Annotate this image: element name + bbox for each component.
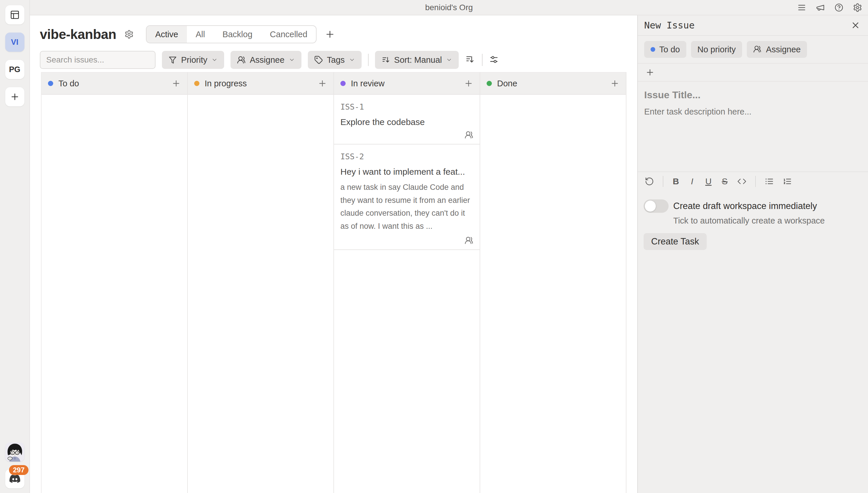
- divider: [368, 54, 369, 66]
- assignees-icon: [464, 130, 473, 139]
- tab-active[interactable]: Active: [147, 26, 187, 43]
- bold-button[interactable]: B: [672, 176, 680, 186]
- add-property-button[interactable]: [645, 68, 861, 77]
- topbar-icon-group: [797, 3, 868, 12]
- plus-icon: [10, 92, 20, 102]
- users-icon: [753, 45, 762, 54]
- priority-filter-label: Priority: [181, 55, 207, 65]
- page-header: vibe-kanban Active All Backlog Cancelled: [30, 16, 637, 43]
- help-icon[interactable]: [834, 3, 844, 12]
- add-card-button[interactable]: [172, 79, 181, 88]
- column-done: Done: [480, 72, 626, 493]
- close-icon[interactable]: [850, 20, 861, 30]
- issue-title-input[interactable]: [638, 82, 868, 101]
- workspace-pg-label: PG: [9, 65, 20, 74]
- column-name: To do: [59, 79, 79, 88]
- column-name: Done: [497, 79, 517, 88]
- search-input[interactable]: [40, 51, 155, 69]
- board-main: vibe-kanban Active All Backlog Cancelled…: [30, 16, 637, 493]
- underline-button[interactable]: U: [704, 176, 712, 186]
- assignee-chip-label: Assignee: [766, 45, 801, 55]
- issue-card-iss-2[interactable]: ISS-2 Hey i want to implement a feat... …: [334, 145, 480, 250]
- tags-filter-button[interactable]: Tags: [308, 51, 362, 69]
- issue-title: Explore the codebase: [341, 117, 473, 127]
- top-bar: benioid's Org: [30, 0, 868, 16]
- tags-filter-label: Tags: [327, 55, 345, 65]
- create-task-button[interactable]: Create Task: [644, 233, 707, 250]
- project-settings-gear-icon[interactable]: [125, 30, 134, 39]
- column-todo-body: [42, 95, 187, 493]
- chevron-down-icon: [211, 57, 218, 63]
- add-card-button[interactable]: [318, 79, 327, 88]
- column-in-progress-body: [188, 95, 333, 493]
- italic-button[interactable]: I: [688, 176, 696, 186]
- add-card-button[interactable]: [610, 79, 620, 88]
- workspace-pg-button[interactable]: PG: [5, 60, 24, 79]
- discord-icon: [9, 474, 20, 484]
- column-todo-header: To do: [42, 72, 187, 95]
- discord-launcher: 297: [5, 469, 24, 488]
- issue-id: ISS-1: [341, 102, 473, 111]
- display-options-button[interactable]: [489, 55, 499, 65]
- toggle-text-group: Create draft workspace immediately Tick …: [673, 199, 825, 226]
- issue-property-chips: To do No priority Assignee: [638, 36, 868, 63]
- panels-layout-icon: [10, 10, 20, 20]
- add-view-button[interactable]: [325, 29, 335, 40]
- issue-card-iss-1[interactable]: ISS-1 Explore the codebase: [334, 95, 480, 145]
- strikethrough-button[interactable]: S: [721, 176, 729, 186]
- column-in-progress: In progress: [188, 72, 334, 493]
- tab-backlog[interactable]: Backlog: [214, 26, 261, 43]
- chevron-down-icon: [446, 57, 452, 63]
- divider: [755, 176, 756, 187]
- rail-bottom-group: 297: [5, 443, 24, 488]
- layout-panels-button[interactable]: [5, 5, 24, 24]
- column-name: In review: [351, 79, 385, 88]
- assignee-chip[interactable]: Assignee: [747, 41, 807, 58]
- status-dot: [486, 81, 492, 86]
- tab-all[interactable]: All: [187, 26, 214, 43]
- funnel-icon: [168, 56, 177, 64]
- add-card-button[interactable]: [464, 79, 473, 88]
- priority-chip[interactable]: No priority: [691, 41, 742, 58]
- divider: [663, 176, 663, 187]
- toggle-knob: [645, 200, 656, 212]
- status-dot: [194, 81, 199, 86]
- issue-description: a new task in say Claude Code and they w…: [341, 181, 473, 233]
- card-footer: [341, 130, 473, 139]
- toggle-label: Create draft workspace immediately: [673, 199, 825, 211]
- user-avatar[interactable]: [5, 443, 24, 462]
- assignee-filter-button[interactable]: Assignee: [231, 51, 301, 69]
- assignees-icon: [464, 236, 473, 245]
- tab-cancelled[interactable]: Cancelled: [261, 26, 316, 43]
- column-in-review: In review ISS-1 Explore the codebase: [334, 72, 480, 493]
- column-done-body: [480, 95, 626, 493]
- status-dot: [651, 47, 655, 52]
- workspace-vi-button[interactable]: VI: [5, 33, 24, 52]
- divider: [482, 54, 482, 66]
- sort-icon: [382, 56, 390, 64]
- draft-workspace-toggle[interactable]: [644, 199, 669, 213]
- code-icon[interactable]: [737, 177, 746, 186]
- tag-icon: [314, 56, 323, 64]
- undo-icon[interactable]: [645, 177, 654, 186]
- sort-direction-button[interactable]: [465, 55, 476, 65]
- draft-workspace-toggle-row: Create draft workspace immediately Tick …: [644, 199, 862, 226]
- users-icon: [237, 56, 246, 64]
- settings-gear-icon[interactable]: [853, 3, 862, 12]
- page-title: vibe-kanban: [40, 26, 116, 42]
- megaphone-icon[interactable]: [816, 3, 825, 12]
- column-in-review-body: ISS-1 Explore the codebase ISS-2 Hey i w…: [334, 95, 480, 493]
- sort-button[interactable]: Sort: Manual: [375, 51, 459, 69]
- column-todo: To do: [41, 72, 188, 493]
- column-done-header: Done: [480, 72, 626, 95]
- numbered-list-icon[interactable]: [783, 177, 792, 186]
- priority-filter-button[interactable]: Priority: [162, 51, 224, 69]
- status-chip[interactable]: To do: [644, 41, 686, 58]
- status-dot: [341, 81, 346, 86]
- column-name: In progress: [205, 79, 247, 88]
- new-issue-panel: New Issue To do No priority Assignee: [637, 16, 868, 493]
- menu-icon[interactable]: [797, 3, 806, 12]
- bullet-list-icon[interactable]: [764, 177, 774, 186]
- add-workspace-button[interactable]: [5, 87, 24, 106]
- issue-description-input[interactable]: [638, 101, 868, 172]
